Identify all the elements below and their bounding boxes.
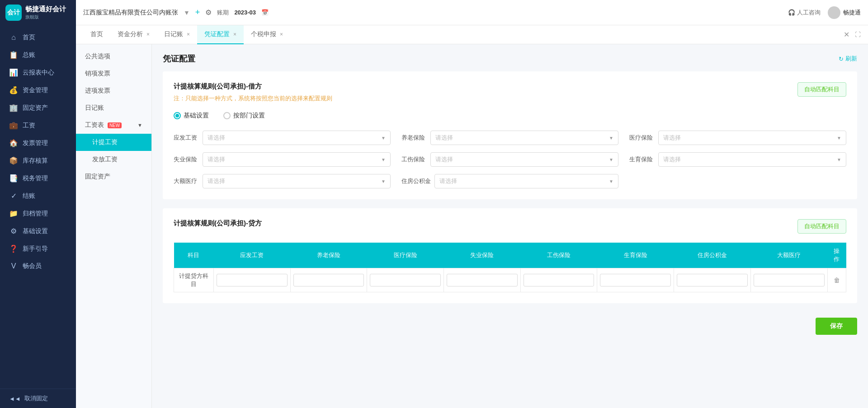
tab-funds[interactable]: 资金分析 × <box>110 25 157 44</box>
sub-item-fixed-assets[interactable]: 固定资产 <box>76 168 151 185</box>
row-gross-input-cell <box>213 268 290 292</box>
dropdown-arrow-icon[interactable]: ▼ <box>184 9 190 16</box>
col-subject: 科目 <box>174 243 214 268</box>
company-name: 江西服宝精品有限责任公司内账张 <box>83 9 178 17</box>
vip-icon: V <box>9 262 18 270</box>
sidebar-item-fixed[interactable]: 🏢 固定资产 <box>0 99 76 117</box>
gear-icon[interactable]: ⚙ <box>205 8 212 17</box>
tab-close-funds[interactable]: × <box>146 31 150 38</box>
logo-text: 畅捷通好会计 <box>25 5 66 14</box>
form-item-medical: 医疗保险 请选择 ▼ <box>629 131 846 145</box>
content-area: 公共选项 销项发票 进项发票 日记账 工资表 NEW ▼ 计提工资 <box>76 44 868 408</box>
add-button[interactable]: + <box>195 8 200 17</box>
cancel-fixed-btn[interactable]: ◄◄ 取消固定 <box>0 389 76 408</box>
input-unemployment[interactable] <box>447 274 518 286</box>
sub-item-purchase-invoice[interactable]: 进项发票 <box>76 82 151 99</box>
close-icon[interactable]: ✕ <box>844 30 849 39</box>
sidebar-item-invoice[interactable]: 🏠 发票管理 <box>0 134 76 152</box>
sidebar-item-salary[interactable]: 💼 工资 <box>0 117 76 134</box>
sidebar-item-reports[interactable]: 📊 云报表中心 <box>0 64 76 81</box>
tab-journal[interactable]: 日记账 × <box>157 25 197 44</box>
sidebar-item-inventory[interactable]: 📦 库存核算 <box>0 152 76 169</box>
sidebar-item-settings[interactable]: ⚙ 基础设置 <box>0 222 76 240</box>
tab-tax-report[interactable]: 个税申报 × <box>244 25 290 44</box>
tab-voucher-config[interactable]: 凭证配置 × <box>197 25 244 44</box>
sidebar-item-home[interactable]: ⌂ 首页 <box>0 29 76 46</box>
user-name: 畅捷通 <box>843 9 861 17</box>
radio-basic[interactable]: 基础设置 <box>174 112 209 120</box>
select-maternity[interactable]: 请选择 ▼ <box>658 152 846 167</box>
select-injury[interactable]: 请选择 ▼ <box>430 152 618 167</box>
refresh-button[interactable]: ↻ 刷新 <box>839 55 857 63</box>
input-maternity[interactable] <box>600 274 671 286</box>
dropdown-arrow-icon: ▼ <box>837 157 841 162</box>
col-large-medical: 大额医疗 <box>750 243 827 268</box>
select-large-medical[interactable]: 请选择 ▼ <box>203 174 391 188</box>
row-pension-input-cell <box>290 268 367 292</box>
tab-home[interactable]: 首页 <box>83 25 110 44</box>
form-item-maternity: 生育保险 请选择 ▼ <box>629 152 846 167</box>
dropdown-arrow-icon: ▼ <box>837 136 841 141</box>
input-housing[interactable] <box>677 274 748 286</box>
sidebar-item-funds[interactable]: 💰 资金管理 <box>0 81 76 99</box>
home-icon: ⌂ <box>9 33 18 42</box>
arrow-left-icon: ◄◄ <box>9 395 21 402</box>
calendar-icon[interactable]: 📅 <box>261 9 269 16</box>
delete-row-icon[interactable]: 🗑 <box>834 277 840 284</box>
sidebar-nav: ⌂ 首页 📋 总账 📊 云报表中心 💰 资金管理 🏢 固定资产 💼 工资 🏠 发… <box>0 25 76 389</box>
select-pension[interactable]: 请选择 ▼ <box>430 131 618 145</box>
col-maternity: 生育保险 <box>597 243 674 268</box>
input-medical[interactable] <box>370 274 441 286</box>
tab-close-tax[interactable]: × <box>280 31 283 38</box>
select-gross-salary[interactable]: 请选择 ▼ <box>203 131 391 145</box>
col-housing: 住房公积金 <box>674 243 751 268</box>
sidebar-item-guide[interactable]: ❓ 新手引导 <box>0 240 76 258</box>
input-gross[interactable] <box>217 274 288 286</box>
input-pension[interactable] <box>293 274 364 286</box>
label-medical: 医疗保险 <box>629 134 655 142</box>
input-injury[interactable] <box>524 274 594 286</box>
salary-icon: 💼 <box>9 121 18 130</box>
label-injury: 工伤保险 <box>401 155 427 164</box>
row-action-cell: 🗑 <box>827 268 846 292</box>
sub-item-accrue-salary[interactable]: 计提工资 <box>76 134 151 151</box>
radio-circle-dept <box>223 112 231 119</box>
archive-icon: 📁 <box>9 209 18 218</box>
tab-close-journal[interactable]: × <box>187 31 190 38</box>
consult-button[interactable]: 🎧 人工咨询 <box>788 9 821 17</box>
col-unemployment: 失业保险 <box>444 243 521 268</box>
debit-section-note: 注：只能选择一种方式，系统将按照您当前的选择来配置规则 <box>174 94 332 103</box>
tab-end-buttons: ✕ ⛶ <box>844 30 861 39</box>
sidebar-item-checkout[interactable]: ✓ 结账 <box>0 187 76 205</box>
label-large-medical: 大额医疗 <box>174 177 199 185</box>
input-large-medical[interactable] <box>754 274 825 286</box>
select-medical[interactable]: 请选择 ▼ <box>658 131 846 145</box>
sidebar-item-vip[interactable]: V 畅会员 <box>0 258 76 275</box>
sidebar-item-archive[interactable]: 📁 归档管理 <box>0 205 76 222</box>
radio-label-basic: 基础设置 <box>184 112 209 120</box>
select-unemployment[interactable]: 请选择 ▼ <box>203 152 391 167</box>
sub-item-pay-salary[interactable]: 发放工资 <box>76 151 151 168</box>
save-button[interactable]: 保存 <box>816 318 857 335</box>
radio-dept[interactable]: 按部门设置 <box>223 112 265 120</box>
logo: 会计 畅捷通好会计 旗舰版 <box>0 0 76 25</box>
row-large-medical-input-cell <box>750 268 827 292</box>
tab-close-voucher[interactable]: × <box>233 31 236 38</box>
fixed-icon: 🏢 <box>9 103 18 112</box>
expand-icon[interactable]: ⛶ <box>855 31 861 38</box>
sub-item-salary-table[interactable]: 工资表 NEW ▼ <box>76 117 151 134</box>
credit-auto-match-button[interactable]: 自动匹配科目 <box>797 219 846 234</box>
debit-auto-match-button[interactable]: 自动匹配科目 <box>797 82 846 97</box>
ledger-icon: 📋 <box>9 51 18 59</box>
sub-item-journal[interactable]: 日记账 <box>76 99 151 117</box>
select-housing-fund[interactable]: 请选择 ▼ <box>434 174 618 188</box>
dropdown-arrow-icon: ▼ <box>609 179 613 184</box>
sidebar-item-ledger[interactable]: 📋 总账 <box>0 46 76 64</box>
debit-section: 计提核算规则(公司承担)-借方 注：只能选择一种方式，系统将按照您当前的选择来配… <box>163 71 857 199</box>
sub-item-sales-invoice[interactable]: 销项发票 <box>76 65 151 82</box>
debit-form-grid: 应发工资 请选择 ▼ 养老保险 请选择 ▼ 医疗 <box>174 131 846 188</box>
sub-item-public[interactable]: 公共选项 <box>76 48 151 65</box>
credit-section-top: 计提核算规则(公司承担)-贷方 自动匹配科目 <box>174 219 846 241</box>
logo-icon: 会计 <box>5 5 22 21</box>
sidebar-item-tax[interactable]: 📑 税务管理 <box>0 169 76 187</box>
